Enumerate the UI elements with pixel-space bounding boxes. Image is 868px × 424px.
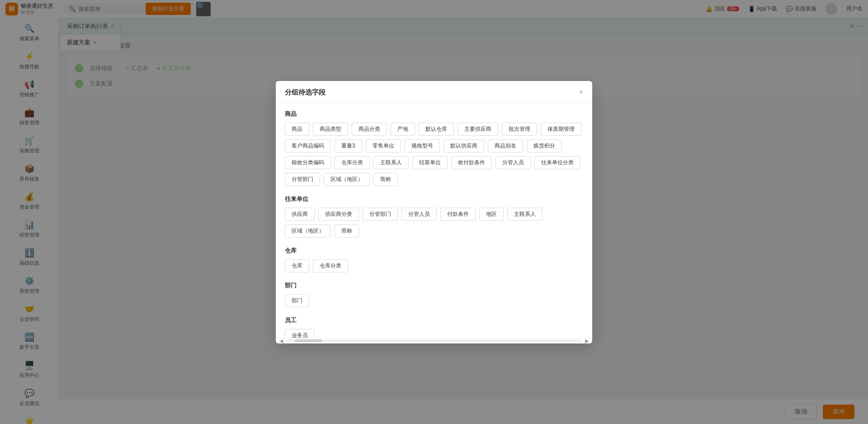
field-tag-0-13[interactable]: 商品别名: [488, 139, 523, 152]
field-tag-0-24[interactable]: 简称: [373, 173, 398, 186]
field-tag-1-1[interactable]: 供应商分类: [318, 208, 359, 221]
horizontal-scrollbar[interactable]: [286, 339, 582, 342]
field-tag-0-12[interactable]: 默认供应商: [443, 139, 484, 152]
field-tag-0-18[interactable]: 结算单位: [412, 156, 448, 169]
field-tag-1-8[interactable]: 简称: [335, 224, 359, 238]
section-0: 商品商品商品类型商品分类产地默认仓库主要供应商批次管理保质期管理客户商品编码重量…: [285, 110, 583, 186]
field-tag-0-20[interactable]: 分管人员: [495, 156, 531, 169]
field-tag-0-8[interactable]: 客户商品编码: [285, 139, 331, 152]
section-3: 部门部门: [285, 281, 583, 307]
field-tag-0-6[interactable]: 批次管理: [502, 123, 537, 136]
field-tag-1-3[interactable]: 分管人员: [401, 208, 437, 221]
field-tag-4-0[interactable]: 业务员: [285, 329, 315, 338]
field-tag-0-0[interactable]: 商品: [285, 123, 309, 136]
field-tag-2-1[interactable]: 仓库分类: [313, 259, 348, 272]
field-tag-0-5[interactable]: 主要供应商: [458, 123, 498, 136]
field-tag-0-4[interactable]: 默认仓库: [419, 123, 454, 136]
section-title-3: 部门: [285, 281, 583, 290]
field-tag-0-14[interactable]: 炼货积分: [527, 139, 562, 152]
field-tag-1-4[interactable]: 付款条件: [440, 208, 476, 221]
modal-overlay: 分组待选字段 × 商品商品商品类型商品分类产地默认仓库主要供应商批次管理保质期管…: [0, 0, 868, 424]
field-tag-1-2[interactable]: 分管部门: [363, 208, 398, 221]
field-tag-3-0[interactable]: 部门: [285, 294, 309, 307]
section-1: 往来单位供应商供应商分类分管部门分管人员付款条件地区主联系人区域（地区）简称: [285, 195, 583, 238]
field-tag-0-7[interactable]: 保质期管理: [541, 123, 581, 136]
field-tag-0-23[interactable]: 区域（地区）: [324, 173, 370, 186]
field-tag-1-6[interactable]: 主联系人: [507, 208, 542, 221]
section-title-4: 员工: [285, 316, 583, 324]
field-tags-1: 供应商供应商分类分管部门分管人员付款条件地区主联系人区域（地区）简称: [285, 208, 583, 238]
modal-sections: 商品商品商品类型商品分类产地默认仓库主要供应商批次管理保质期管理客户商品编码重量…: [285, 110, 583, 338]
section-4: 员工业务员: [285, 316, 583, 338]
field-tag-0-16[interactable]: 仓库分类: [335, 156, 370, 169]
field-tag-0-19[interactable]: 收付款条件: [451, 156, 492, 169]
field-tag-0-1[interactable]: 商品类型: [313, 123, 348, 136]
field-tag-0-2[interactable]: 商品分类: [352, 123, 387, 136]
field-tag-0-21[interactable]: 往来单位分类: [534, 156, 580, 169]
field-tag-0-22[interactable]: 分管部门: [285, 173, 320, 186]
section-2: 仓库仓库仓库分类: [285, 247, 583, 272]
modal-title: 分组待选字段: [285, 88, 326, 97]
field-tag-2-0[interactable]: 仓库: [285, 259, 309, 272]
field-tag-0-11[interactable]: 规格型号: [405, 139, 440, 152]
field-tag-0-17[interactable]: 主联系人: [373, 156, 409, 169]
field-tag-0-3[interactable]: 产地: [391, 123, 415, 136]
field-tag-1-7[interactable]: 区域（地区）: [285, 224, 331, 238]
field-tag-0-9[interactable]: 重量3: [335, 139, 362, 152]
modal-header: 分组待选字段 ×: [276, 81, 592, 103]
modal-body[interactable]: 商品商品商品类型商品分类产地默认仓库主要供应商批次管理保质期管理客户商品编码重量…: [276, 103, 592, 338]
field-tags-0: 商品商品类型商品分类产地默认仓库主要供应商批次管理保质期管理客户商品编码重量3零…: [285, 123, 583, 186]
section-title-2: 仓库: [285, 247, 583, 255]
field-tag-1-5[interactable]: 地区: [479, 208, 504, 221]
modal-dialog: 分组待选字段 × 商品商品商品类型商品分类产地默认仓库主要供应商批次管理保质期管…: [276, 81, 592, 343]
field-tag-1-0[interactable]: 供应商: [285, 208, 315, 221]
field-tag-0-10[interactable]: 零售单位: [366, 139, 401, 152]
field-tags-4: 业务员: [285, 329, 583, 338]
field-tag-0-15[interactable]: 税收分类编码: [285, 156, 331, 169]
field-tags-2: 仓库仓库分类: [285, 259, 583, 272]
modal-close-button[interactable]: ×: [579, 88, 583, 96]
section-title-0: 商品: [285, 110, 583, 118]
field-tags-3: 部门: [285, 294, 583, 307]
modal-hscrollbar[interactable]: ◀ ▶: [276, 338, 592, 343]
section-title-1: 往来单位: [285, 195, 583, 203]
